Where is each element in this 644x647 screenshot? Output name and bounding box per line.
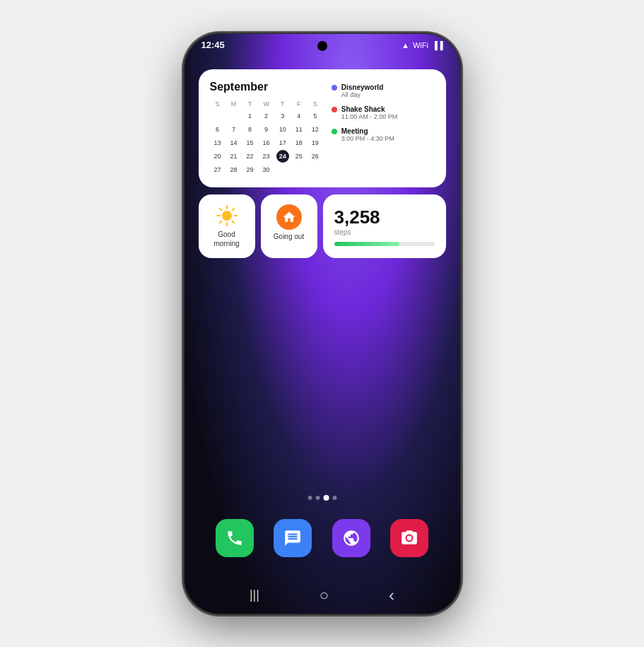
- calendar-day[interactable]: 20: [211, 150, 224, 163]
- svg-line-8: [219, 221, 221, 223]
- status-time: 12:45: [201, 40, 225, 50]
- calendar-day[interactable]: 18: [293, 136, 305, 149]
- event-time: All day: [341, 91, 383, 98]
- calendar-day[interactable]: 9: [260, 123, 273, 136]
- calendar-left: September SMTWTFS12345678910111213141516…: [210, 81, 323, 176]
- calendar-day[interactable]: 14: [228, 136, 240, 149]
- calendar-day[interactable]: 29: [244, 163, 257, 176]
- battery-icon: ▐▐: [432, 41, 443, 49]
- calendar-day[interactable]: 6: [211, 123, 224, 136]
- event-time: 3:00 PM - 4:30 PM: [341, 135, 394, 142]
- event-info: Meeting3:00 PM - 4:30 PM: [341, 127, 394, 142]
- calendar-day[interactable]: 13: [211, 136, 224, 149]
- sun-icon: [216, 204, 238, 227]
- calendar-day[interactable]: 1: [244, 110, 257, 122]
- camera-icon: [400, 529, 418, 547]
- calendar-event[interactable]: Meeting3:00 PM - 4:30 PM: [332, 127, 435, 142]
- event-dot: [332, 107, 337, 112]
- calendar-grid: SMTWTFS123456789101112131415161718192021…: [210, 99, 323, 176]
- calendar-day[interactable]: 2: [260, 110, 273, 122]
- calendar-day[interactable]: 28: [228, 163, 240, 176]
- internet-icon: [342, 529, 361, 547]
- calendar-widget[interactable]: September SMTWTFS12345678910111213141516…: [199, 69, 446, 187]
- recent-apps-button[interactable]: |||: [250, 588, 259, 602]
- calendar-day[interactable]: 25: [293, 150, 305, 163]
- goingout-widget[interactable]: Going out: [261, 194, 317, 258]
- calendar-day: [211, 110, 224, 122]
- cal-day-header: F: [291, 99, 307, 109]
- app-dock: [206, 519, 439, 557]
- calendar-day[interactable]: 23: [260, 150, 273, 163]
- back-button[interactable]: ‹: [389, 585, 394, 605]
- calendar-month: September: [210, 81, 323, 93]
- weather-widget[interactable]: Goodmorning: [199, 194, 255, 258]
- bottom-widgets-row: Goodmorning Going out 3,258 steps: [199, 194, 446, 258]
- cal-day-header: M: [226, 99, 242, 109]
- calendar-day[interactable]: 17: [276, 136, 289, 149]
- cal-day-header: T: [242, 99, 258, 109]
- calendar-day[interactable]: 22: [244, 150, 257, 163]
- cal-day-header: S: [210, 99, 226, 109]
- status-icons: ▲ WiFi ▐▐: [402, 41, 443, 49]
- page-dot: [323, 495, 329, 501]
- calendar-day[interactable]: 12: [309, 123, 322, 136]
- camera-hole: [317, 41, 327, 51]
- dock-internet[interactable]: [332, 519, 370, 557]
- steps-widget[interactable]: 3,258 steps: [323, 194, 446, 258]
- calendar-day[interactable]: 8: [244, 123, 257, 136]
- calendar-day[interactable]: 4: [293, 110, 305, 122]
- steps-unit: steps: [334, 228, 435, 236]
- calendar-day[interactable]: 16: [260, 136, 273, 149]
- phone-device: 12:45 ▲ WiFi ▐▐ September SMTWTFS1234567…: [185, 34, 460, 614]
- messages-icon: [283, 529, 302, 547]
- steps-count: 3,258: [334, 206, 435, 228]
- calendar-day[interactable]: 10: [276, 123, 289, 136]
- event-name: Shake Shack: [341, 105, 398, 113]
- svg-point-9: [407, 535, 412, 540]
- page-indicators: [308, 495, 336, 501]
- calendar-event[interactable]: DisneyworldAll day: [332, 83, 435, 98]
- event-info: DisneyworldAll day: [341, 83, 383, 98]
- steps-progress-fill: [334, 242, 399, 246]
- steps-progress-bar: [334, 242, 435, 246]
- event-time: 11:00 AM - 2:00 PM: [341, 113, 398, 120]
- calendar-day[interactable]: 15: [244, 136, 257, 149]
- calendar-event[interactable]: Shake Shack11:00 AM - 2:00 PM: [332, 105, 435, 120]
- event-name: Meeting: [341, 127, 394, 135]
- calendar-events: DisneyworldAll dayShake Shack11:00 AM - …: [332, 81, 435, 176]
- calendar-day[interactable]: 30: [260, 163, 273, 176]
- event-name: Disneyworld: [341, 83, 383, 91]
- cal-day-header: S: [308, 99, 323, 109]
- calendar-day: [293, 163, 305, 176]
- svg-line-7: [232, 208, 234, 210]
- calendar-day[interactable]: 7: [228, 123, 240, 136]
- widgets-area: September SMTWTFS12345678910111213141516…: [199, 69, 446, 258]
- home-button[interactable]: ○: [320, 586, 329, 605]
- calendar-day[interactable]: 24: [276, 150, 289, 163]
- event-info: Shake Shack11:00 AM - 2:00 PM: [341, 105, 398, 120]
- event-dot: [332, 129, 337, 134]
- calendar-day[interactable]: 27: [211, 163, 224, 176]
- calendar-day[interactable]: 26: [309, 150, 322, 163]
- cal-day-header: W: [259, 99, 274, 109]
- calendar-day[interactable]: 3: [276, 110, 289, 122]
- event-dot: [332, 85, 337, 91]
- calendar-day[interactable]: 5: [309, 110, 322, 122]
- calendar-day[interactable]: 21: [228, 150, 240, 163]
- home-icon-wrap: [276, 204, 302, 230]
- calendar-day: [309, 163, 322, 176]
- wifi-icon: WiFi: [413, 41, 428, 49]
- svg-line-6: [232, 221, 234, 223]
- svg-point-0: [222, 211, 232, 221]
- calendar-day: [228, 110, 240, 122]
- nav-bar: ||| ○ ‹: [185, 585, 460, 605]
- calendar-day[interactable]: 11: [293, 123, 305, 136]
- calendar-day: [276, 163, 289, 176]
- dock-camera[interactable]: [390, 519, 428, 557]
- calendar-day[interactable]: 19: [309, 136, 322, 149]
- home-icon: [282, 210, 296, 224]
- cal-day-header: T: [275, 99, 291, 109]
- svg-line-5: [219, 208, 221, 210]
- dock-messages[interactable]: [274, 519, 312, 557]
- dock-phone[interactable]: [216, 519, 254, 557]
